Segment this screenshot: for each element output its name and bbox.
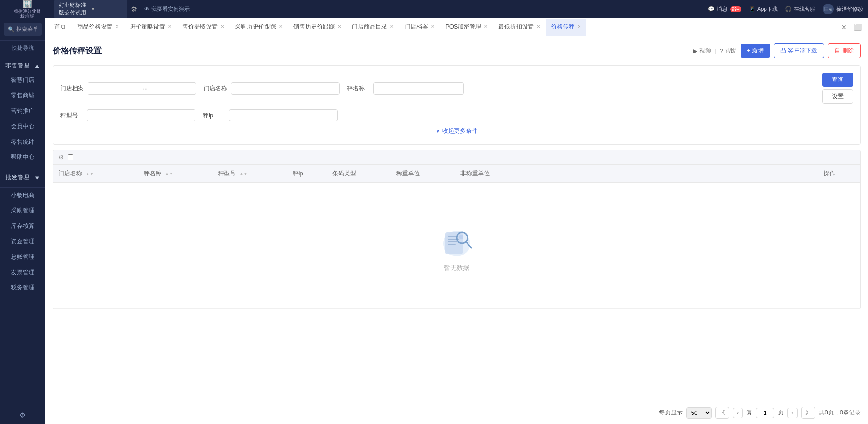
svg-rect-2 [448,236,457,237]
empty-text: 暂无数据 [444,264,469,272]
sidebar-item-smart-store[interactable]: 智慧门店 [0,72,45,88]
delete-button[interactable]: 自 删除 [828,43,861,58]
sidebar-settings-icon[interactable]: ⚙ [20,411,26,419]
sidebar-item-ledger[interactable]: 总账管理 [0,249,45,265]
tab-min-discount[interactable]: 最低折扣设置 ✕ [493,19,546,36]
settings-icon[interactable]: ⚙ [131,5,137,14]
col-scale-ip: 秤ip [288,165,327,183]
tab-price-scale[interactable]: 价格传秤 ✕ [546,19,586,36]
client-download-button[interactable]: 凸 客户端下载 [774,43,824,58]
col-scale-name: 秤名称 ▲▼ [138,165,213,183]
video-link[interactable]: ▶ 视频 [693,47,711,55]
messages-btn[interactable]: 💬 消息 99+ [708,5,741,13]
wholesale-group: 批发管理 ▼ [0,168,45,188]
online-service-btn[interactable]: 🎧 在线客服 [785,5,815,13]
sidebar-item-help[interactable]: 帮助中心 [0,149,45,165]
more-options-icon[interactable]: ··· [141,85,192,92]
retail-group-title[interactable]: 零售管理 ▲ [0,59,45,72]
filter-store-name: 门店名称 [204,82,340,95]
tab-close-icon[interactable]: ✕ [168,24,171,29]
first-page-btn[interactable]: 《 [715,407,729,419]
tab-product-price[interactable]: 商品价格设置 ✕ [72,19,124,36]
top-bar: 🏢 畅捷通好业财 标准版 好业财标准版交付试用 ▾ ⚙ 👁 我要看实例演示 💬 … [0,0,868,18]
sidebar-item-tax[interactable]: 税务管理 [0,280,45,295]
select-all-checkbox[interactable] [68,154,73,160]
tab-store-catalog[interactable]: 门店商品目录 ✕ [346,19,399,36]
filter-scale-name: 秤名称 [347,82,464,95]
scale-ip-input[interactable] [229,109,338,121]
tab-purchase-strategy[interactable]: 进价策略设置 ✕ [124,19,177,36]
divider: | [715,48,716,54]
tab-purchase-history[interactable]: 采购历史价跟踪 ✕ [229,19,288,36]
filter-row-1: 门店档案 ··· 门店名称 秤名称 [60,73,853,104]
sidebar-item-finance[interactable]: 资金管理 [0,234,45,249]
sidebar-item-marketing[interactable]: 营销推广 [0,103,45,119]
svg-point-8 [459,235,463,239]
search-menu-btn[interactable]: 🔍 搜索菜单 [4,23,42,36]
help-link[interactable]: ? 帮助 [720,47,736,55]
collapse-filter-btn[interactable]: ∧ 收起更多条件 [60,127,853,135]
version-selector[interactable]: 好业财标准版交付试用 ▾ [54,0,127,19]
tab-close-icon[interactable]: ✕ [431,24,434,29]
page-input[interactable] [756,408,774,418]
content-area: 首页 商品价格设置 ✕ 进价策略设置 ✕ 售价提取设置 ✕ 采购历史价跟踪 ✕ [45,18,868,424]
sort-icon[interactable]: ▲▼ [86,172,94,176]
query-button[interactable]: 查询 [822,73,853,87]
prev-page-btn[interactable]: ‹ [733,408,743,418]
tab-bar: 首页 商品价格设置 ✕ 进价策略设置 ✕ 售价提取设置 ✕ 采购历史价跟踪 ✕ [45,18,868,36]
store-name-input[interactable] [231,82,340,95]
sidebar-item-retail-mall[interactable]: 零售商城 [0,88,45,103]
scale-ip-label: 秤ip [203,111,225,120]
sidebar-item-retail-stats[interactable]: 零售统计 [0,134,45,149]
tab-store-file[interactable]: 门店档案 ✕ [399,19,440,36]
app-logo: 🏢 畅捷通好业财 标准版 [5,0,50,19]
page-actions: ▶ 视频 | ? 帮助 + 新增 凸 客户端下载 [693,43,861,58]
add-button[interactable]: + 新增 [741,44,770,58]
tab-sales-history[interactable]: 销售历史价跟踪 ✕ [288,19,346,36]
col-barcode-type: 条码类型 [327,165,391,183]
download-icon: 📱 [749,6,756,12]
tab-selling-extract[interactable]: 售价提取设置 ✕ [177,19,229,36]
scale-model-input[interactable] [87,109,195,121]
app-download-btn[interactable]: 📱 App下载 [749,5,778,13]
tab-close-all-btn[interactable]: ✕ [839,22,849,33]
message-icon: 💬 [708,6,715,12]
empty-state: 暂无数据 [53,183,860,308]
tab-close-icon[interactable]: ✕ [577,24,581,29]
quick-nav-btn[interactable]: 快捷导航 [0,41,45,56]
tab-close-icon[interactable]: ✕ [390,24,394,29]
tab-close-icon[interactable]: ✕ [279,24,283,29]
tab-close-icon[interactable]: ✕ [220,24,224,29]
per-page-select[interactable]: 50 10 20 100 [686,407,712,419]
next-page-btn[interactable]: › [787,408,797,418]
sidebar-item-member[interactable]: 会员中心 [0,119,45,134]
tab-home[interactable]: 首页 [49,19,72,36]
sidebar-item-ecommerce[interactable]: 小畅电商 [0,188,45,203]
filter-row-2: 秤型号 秤ip [60,109,853,121]
sidebar-item-invoice[interactable]: 发票管理 [0,265,45,280]
version-selector-text: 好业财标准版交付试用 [59,1,90,17]
tab-close-icon[interactable]: ✕ [115,24,119,29]
tab-close-icon[interactable]: ✕ [337,24,341,29]
user-menu[interactable]: Ea 徐泽华修改 [823,4,863,14]
filter-scale-model: 秤型号 [60,109,195,121]
demo-link[interactable]: 👁 我要看实例演示 [144,5,190,13]
tab-close-icon[interactable]: ✕ [536,24,540,29]
set-button[interactable]: 设置 [822,89,853,104]
wholesale-group-title[interactable]: 批发管理 ▼ [0,171,45,184]
table-settings-icon[interactable]: ⚙ [59,154,64,161]
pagination-bar: 每页显示 50 10 20 100 《 ‹ 算 页 › [45,401,868,424]
page-label: 算 [746,409,752,417]
sidebar-item-purchase[interactable]: 采购管理 [0,203,45,218]
tab-pos-encrypt[interactable]: POS加密管理 ✕ [440,19,493,36]
last-page-btn[interactable]: 》 [801,407,815,419]
sidebar-item-inventory[interactable]: 库存核算 [0,218,45,234]
play-icon: ▶ [693,48,697,54]
store-file-selector[interactable]: ··· [88,82,196,95]
scale-name-input[interactable] [373,82,464,95]
sort-icon[interactable]: ▲▼ [239,172,248,176]
tab-close-icon[interactable]: ✕ [484,24,488,29]
sort-icon[interactable]: ▲▼ [165,172,173,176]
tab-maximize-btn[interactable]: ⬜ [851,22,864,33]
chevron-up-icon: ▲ [34,63,40,69]
